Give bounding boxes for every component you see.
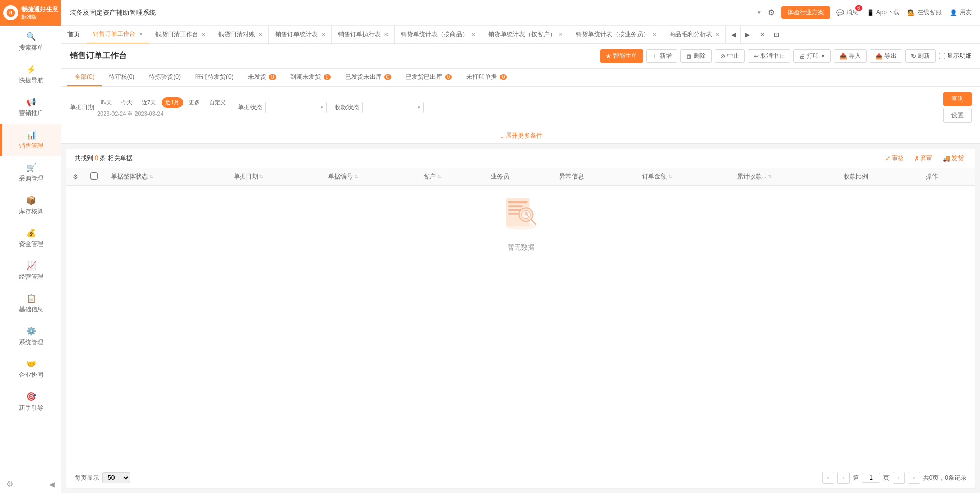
tab-product-margin[interactable]: 商品毛利分析表 ✕ [663,26,726,44]
tab-sales-stat-product[interactable]: 销货单统计表（按商品） ✕ [395,26,482,44]
import-btn[interactable]: 📥 导入 [834,49,867,63]
next-page-btn[interactable]: › [893,472,905,484]
show-detail-check[interactable]: 显示明细 [939,52,972,60]
sidebar-item-sales[interactable]: 📊 销售管理 [0,124,61,156]
tab-sales-stat-staff[interactable]: 销货单统计表（按业务员） ✕ [569,26,663,44]
today-btn[interactable]: 今天 [118,97,136,108]
tab-sales-workbench[interactable]: 销售订单工作台 ✕ [86,26,149,44]
sidebar-item-guide[interactable]: 🎯 新手引导 [0,386,61,418]
set-btn[interactable]: 设置 [943,108,972,123]
tab-home[interactable]: 首页 [61,26,86,44]
tab-close-icon[interactable]: ✕ [201,32,206,37]
tab-nav-next[interactable]: ▶ [740,26,755,44]
custom-btn[interactable]: 自定义 [206,97,230,108]
collapse-icon[interactable]: ◀ [49,480,55,488]
sidebar-item-operation[interactable]: 📈 经营管理 [0,255,61,287]
ship-label: 发货 [951,154,964,163]
tab-nav-maximize[interactable]: ⊡ [769,26,783,44]
print-btn[interactable]: 🖨 打印 ▼ [793,49,831,63]
sidebar-item-quick-nav[interactable]: ⚡ 快捷导航 [0,58,61,91]
col-number[interactable]: 单据编号 [322,168,417,186]
message-btn[interactable]: 💬 消息 6 [836,8,858,17]
sidebar-item-marketing[interactable]: 📢 营销推广 [0,91,61,124]
tab-bar: 首页 销售订单工作台 ✕ 钱货日清工作台 ✕ 钱货日清对账 ✕ 销售订单统计表 … [61,26,980,44]
delete-btn[interactable]: 🗑 删除 [680,49,712,63]
select-all-checkbox[interactable] [90,172,98,180]
month-btn[interactable]: 近1月 [162,97,183,108]
sidebar-item-inventory[interactable]: 📦 库存核算 [0,189,61,222]
date-quick-btns: 昨天 今天 近7天 近1月 更多 自定义 [97,97,230,108]
page-input[interactable] [862,473,880,483]
col-date[interactable]: 单据日期 [227,168,323,186]
tab-close-icon[interactable]: ✕ [652,32,656,37]
filter-tab-pending-inspect[interactable]: 待拣验货(0) [142,69,188,86]
tab-close-icon[interactable]: ✕ [471,32,475,37]
filter-tab-not-printed[interactable]: 未打印单据 0 [459,69,514,86]
status-select[interactable] [265,102,327,113]
tab-cash-daily[interactable]: 钱货日清工作台 ✕ [149,26,212,44]
smart-create-btn[interactable]: ★ 智能生单 [600,49,643,63]
tab-close-icon[interactable]: ✕ [258,32,262,37]
tab-sales-exec[interactable]: 销售订单执行表 ✕ [332,26,395,44]
sidebar-item-system[interactable]: ⚙️ 系统管理 [0,320,61,353]
per-page-select[interactable]: 10 20 50 100 [102,472,130,483]
filter-tab-not-shipped[interactable]: 未发货 0 [241,69,283,86]
sidebar-item-finance[interactable]: 💰 资金管理 [0,222,61,255]
col-status[interactable]: 单据整体状态 [105,168,227,186]
payment-select[interactable] [362,102,424,113]
refresh-btn[interactable]: ↻ 刷新 [905,49,936,63]
tab-nav-prev[interactable]: ◀ [726,26,740,44]
tab-label: 销货单统计表（按业务员） [576,30,649,39]
cancel-abort-btn[interactable]: ↩ 取消中止 [748,49,790,63]
sidebar-item-enterprise[interactable]: 🤝 企业协同 [0,353,61,386]
filter-tab-all[interactable]: 全部(0) [67,69,102,86]
sidebar-item-basic[interactable]: 📋 基础信息 [0,287,61,320]
yesterday-btn[interactable]: 昨天 [97,97,116,108]
query-btn[interactable]: 查询 [943,92,972,106]
filter-tab-label: 到期未发货 [290,73,321,80]
sidebar-item-label: 系统管理 [19,338,43,347]
week-btn[interactable]: 近7天 [138,97,159,108]
tab-sales-stat-customer[interactable]: 销货单统计表（按客户） ✕ [482,26,569,44]
filter-tab-shipped-not-out[interactable]: 已发货未出库 0 [338,69,399,86]
gear-btn[interactable]: ⚙ [768,8,775,17]
filter-tab-shipped-out[interactable]: 已发货已出库 0 [398,69,459,86]
app-download-btn[interactable]: 📱 App下载 [867,8,899,17]
tab-sales-stats[interactable]: 销售订单统计表 ✕ [269,26,332,44]
user-area[interactable]: 👤 用友 [950,8,972,17]
tab-close-icon[interactable]: ✕ [384,32,388,37]
industry-btn[interactable]: 体验行业方案 [781,6,830,19]
tab-close-icon[interactable]: ✕ [139,31,143,37]
dropdown-arrow[interactable]: ▼ [757,10,762,15]
review-action-btn[interactable]: ✓ 审核 [882,153,907,164]
filter-tab-wangpu[interactable]: 旺铺待发货(0) [188,69,241,86]
show-detail-checkbox[interactable] [939,53,945,59]
expand-btn[interactable]: ⌄ 展开更多条件 [499,131,542,140]
export-btn[interactable]: 📤 导出 [870,49,902,63]
filter-tab-expired[interactable]: 到期未发货 0 [283,69,338,86]
first-page-btn[interactable]: « [822,472,834,484]
tab-close-icon[interactable]: ✕ [321,32,325,37]
more-btn[interactable]: 更多 [185,97,203,108]
filter-tab-pending-review[interactable]: 待审核(0) [102,69,142,86]
col-checkbox[interactable] [84,168,105,186]
col-customer[interactable]: 客户 [417,168,485,186]
col-amount[interactable]: 订单金额 [636,168,731,186]
online-service-btn[interactable]: 💁 在线客服 [907,8,942,17]
tab-cash-reconcile[interactable]: 钱货日清对账 ✕ [212,26,269,44]
tab-close-icon[interactable]: ✕ [715,32,719,37]
col-accumulated[interactable]: 累计收款... [731,168,837,186]
add-btn[interactable]: ＋ 新增 [646,49,677,63]
settings-icon[interactable]: ⚙ [6,479,13,489]
user-icon: 👤 [950,9,958,16]
sidebar-item-search[interactable]: 🔍 搜索菜单 [0,26,61,58]
tab-close-icon[interactable]: ✕ [559,32,563,37]
last-page-btn[interactable]: » [908,472,920,484]
prev-page-btn[interactable]: ‹ [837,472,850,484]
ship-action-btn[interactable]: 🚚 发货 [940,153,967,164]
abort-btn[interactable]: ⊘ 中止 [715,49,745,63]
col-settings[interactable]: ⚙ [66,168,84,186]
unreviewed-action-btn[interactable]: ✗ 弃审 [911,153,936,164]
sidebar-item-purchase[interactable]: 🛒 采购管理 [0,156,61,189]
tab-nav-close-all[interactable]: ✕ [755,26,769,44]
